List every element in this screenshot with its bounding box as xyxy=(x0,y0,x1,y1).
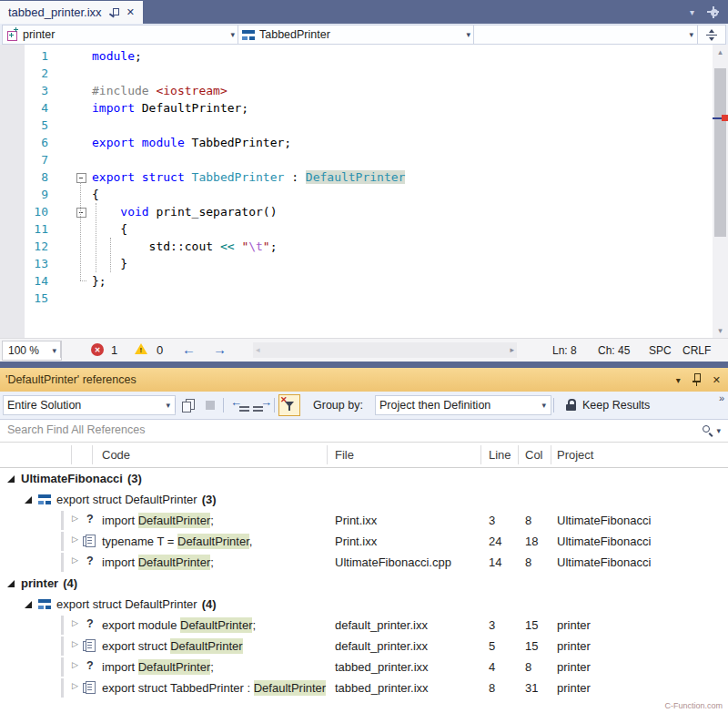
toolbar-overflow-icon[interactable]: » xyxy=(719,392,724,403)
expander-icon[interactable]: ▷ xyxy=(72,681,78,690)
reference-result-row[interactable]: ▷?export module DefaultPrinter;default_p… xyxy=(0,615,728,636)
code-line[interactable]: module; xyxy=(92,47,405,65)
expander-icon[interactable]: ▷ xyxy=(72,535,78,544)
tab-bar: tabbed_printer.ixx ✕ ▾ xyxy=(0,0,728,24)
project-group-row[interactable]: UltimateFibonacci(3) xyxy=(0,468,728,489)
column-header-code[interactable]: Code xyxy=(102,448,130,462)
scroll-down-icon[interactable]: ▾ xyxy=(713,323,728,338)
code-line[interactable] xyxy=(92,117,405,134)
definition-group-row[interactable]: export struct DefaultPrinter(4) xyxy=(0,594,728,615)
code-line[interactable]: } xyxy=(92,255,405,272)
fold-collapse-icon[interactable] xyxy=(76,173,86,183)
result-col: 8 xyxy=(525,514,531,527)
tab-list-chevron-icon[interactable]: ▾ xyxy=(690,7,694,17)
code-editor[interactable]: 123456789101112131415 module; #include <… xyxy=(0,45,728,338)
code-line[interactable]: export module TabbedPrinter; xyxy=(92,134,405,151)
code-line[interactable]: import DefaultPrinter; xyxy=(92,99,405,117)
window-position-chevron-icon[interactable]: ▾ xyxy=(676,375,681,385)
next-reference-icon[interactable]: → xyxy=(253,399,272,413)
code-line[interactable]: { xyxy=(92,186,405,203)
search-bar[interactable]: Search Find All References ▾ xyxy=(0,420,728,443)
split-window-button[interactable] xyxy=(697,25,726,45)
reference-result-row[interactable]: ▷typename T = DefaultPrinter,Print.ixx24… xyxy=(0,531,728,552)
scroll-left-icon[interactable]: ◂ xyxy=(256,342,260,358)
code-line[interactable]: export struct TabbedPrinter : DefaultPri… xyxy=(92,168,405,186)
navigate-back-icon[interactable]: ← xyxy=(182,341,196,357)
code-line[interactable] xyxy=(92,151,405,168)
expander-icon[interactable]: ▷ xyxy=(72,555,78,565)
highlighted-symbol: DefaultPrinter xyxy=(138,659,210,675)
vertical-scrollbar[interactable]: ▴ ▾ xyxy=(713,45,728,338)
expanded-triangle-icon[interactable] xyxy=(7,475,15,483)
code-line[interactable]: std::cout << "\t"; xyxy=(92,238,405,255)
gear-icon[interactable] xyxy=(707,6,719,18)
horizontal-scrollbar[interactable]: ◂ ▸ xyxy=(253,342,517,358)
column-header-line[interactable]: Line xyxy=(489,448,511,462)
reference-result-row[interactable]: ▷export struct TabbedPrinter : DefaultPr… xyxy=(0,677,728,698)
reference-result-row[interactable]: ▷?import DefaultPrinter;tabbed_printer.i… xyxy=(0,657,728,677)
line-number: 2 xyxy=(25,65,48,82)
scrollbar-thumb[interactable] xyxy=(714,68,726,237)
panel-title-bar[interactable]: 'DefaultPrinter' references ▾ ✕ xyxy=(0,368,728,392)
type-dropdown[interactable]: TabbedPrinter ▾ xyxy=(238,25,476,45)
result-file: tabbed_printer.ixx xyxy=(335,681,429,695)
auto-hide-pin-icon[interactable] xyxy=(693,373,701,386)
column-header-file[interactable]: File xyxy=(335,448,354,462)
search-input[interactable]: Search Find All References xyxy=(7,423,145,436)
expanded-triangle-icon[interactable] xyxy=(25,601,32,608)
member-dropdown[interactable]: ▾ xyxy=(473,25,699,45)
line-number: 6 xyxy=(25,134,48,151)
pin-icon[interactable] xyxy=(109,7,119,17)
warning-icon[interactable]: ! xyxy=(135,343,148,355)
column-header-col[interactable]: Col xyxy=(525,448,543,462)
code-line[interactable]: #include <iostream> xyxy=(92,82,405,99)
results-column-header[interactable]: Code File Line Col Project xyxy=(0,443,728,468)
fold-collapse-icon[interactable] xyxy=(76,208,86,218)
expanded-triangle-icon[interactable] xyxy=(25,496,32,504)
expander-icon[interactable]: ▷ xyxy=(72,618,78,627)
expander-icon[interactable]: ▷ xyxy=(72,514,78,523)
result-project: printer xyxy=(557,639,591,653)
indicator-margin xyxy=(0,45,25,338)
close-icon[interactable]: ✕ xyxy=(126,6,135,18)
code-line[interactable] xyxy=(92,65,405,82)
spaces-indicator[interactable]: SPC xyxy=(649,344,672,357)
scroll-right-icon[interactable]: ▸ xyxy=(510,342,514,358)
result-file: tabbed_printer.ixx xyxy=(335,660,429,674)
definition-group-row[interactable]: export struct DefaultPrinter(3) xyxy=(0,489,728,510)
reference-result-row[interactable]: ▷export struct DefaultPrinterdefault_pri… xyxy=(0,636,728,657)
result-project: UltimateFibonacci xyxy=(557,555,651,569)
reference-result-row[interactable]: ▷?import DefaultPrinter;Print.ixx38Ultim… xyxy=(0,510,728,531)
zoom-dropdown[interactable]: 100 % ▾ xyxy=(2,341,62,361)
column-header-project[interactable]: Project xyxy=(557,448,593,462)
code-line[interactable] xyxy=(92,290,405,307)
error-icon[interactable]: ✕ xyxy=(91,343,104,356)
expanded-triangle-icon[interactable] xyxy=(7,580,15,587)
project-dropdown[interactable]: printer ▾ xyxy=(2,25,240,45)
code-line[interactable]: void print_separator() xyxy=(92,203,405,220)
results-list: UltimateFibonacci(3)export struct Defaul… xyxy=(0,468,728,713)
close-panel-icon[interactable]: ✕ xyxy=(713,374,721,386)
window-splitter[interactable] xyxy=(0,362,728,368)
previous-reference-icon[interactable]: ← xyxy=(230,399,249,413)
code-area[interactable]: module; #include <iostream>import Defaul… xyxy=(92,47,405,307)
remove-filters-toggle[interactable]: ✕ xyxy=(278,394,300,416)
expander-icon[interactable]: ▷ xyxy=(72,639,78,648)
search-icon[interactable] xyxy=(702,424,713,436)
code-line[interactable]: }; xyxy=(92,272,405,290)
line-ending-indicator[interactable]: CRLF xyxy=(682,344,711,357)
scope-dropdown[interactable]: Entire Solution ▾ xyxy=(3,395,176,415)
reference-result-row[interactable]: ▷?import DefaultPrinter;UltimateFibonacc… xyxy=(0,552,728,573)
project-group-row[interactable]: printer(4) xyxy=(0,573,728,594)
keep-results-button[interactable]: Keep Results xyxy=(582,399,650,412)
scroll-up-icon[interactable]: ▴ xyxy=(713,45,728,59)
template-definition-icon xyxy=(83,535,96,548)
chevron-down-icon[interactable]: ▾ xyxy=(716,426,721,435)
code-line[interactable]: { xyxy=(92,220,405,238)
filter-icon: ✕ xyxy=(282,399,297,412)
expander-icon[interactable]: ▷ xyxy=(72,660,78,669)
group-by-dropdown[interactable]: Project then Definition ▾ xyxy=(375,395,551,415)
navigate-forward-icon[interactable]: → xyxy=(213,341,227,357)
tab-tabbed-printer[interactable]: tabbed_printer.ixx ✕ xyxy=(0,1,143,24)
copy-icon[interactable] xyxy=(182,399,194,412)
